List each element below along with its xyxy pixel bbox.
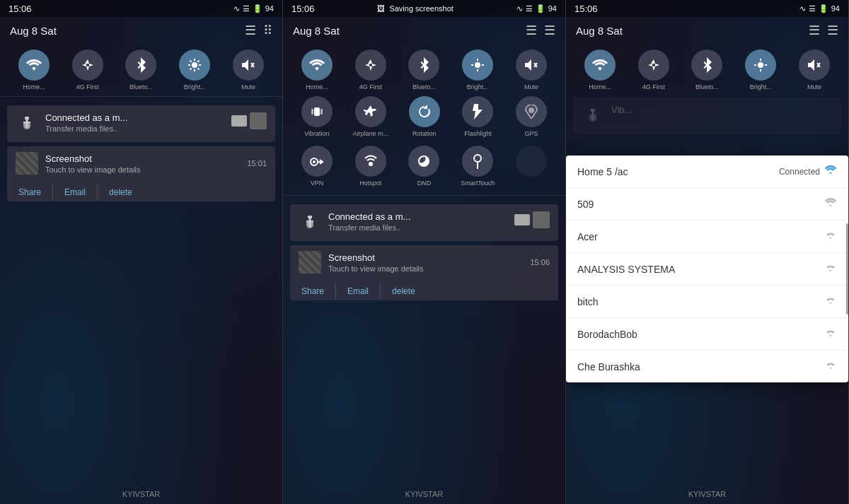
wifi-name-che: Che Burashka [577,361,640,373]
wifi-name-borodach: BorodachBob [577,329,637,340]
qs-airplane-2[interactable]: Airplane m... [353,96,389,137]
action-email-1[interactable]: Email [53,184,98,200]
grid-icon-1[interactable]: ⠿ [263,23,272,38]
qs-gps-2[interactable]: GPS [514,96,549,137]
action-delete-2[interactable]: delete [381,283,427,299]
notif-screenshot-2[interactable]: Screenshot Touch to view image details 1… [290,245,558,300]
qs-4g-label-1: 4G First [76,83,99,90]
wifi-dropdown[interactable]: Home 5 /ac Connected 509 Acer [566,156,848,382]
svg-point-33 [758,62,763,68]
qs-hotspot-icon-2[interactable] [355,146,386,177]
qs-mute-icon-1[interactable] [233,49,264,81]
wifi-item-acer[interactable]: Acer [566,221,848,253]
date-icons-2: ☰ ☰ [526,23,555,38]
menu-icon-2[interactable]: ☰ [526,23,537,38]
qs-bt-1[interactable]: Blueto... [123,49,158,90]
qs-bt-icon-3[interactable] [691,49,722,81]
qs-wifi-icon-2[interactable] [301,49,333,81]
qs-touch-icon-2[interactable] [462,146,493,177]
action-share-1[interactable]: Share [7,184,53,200]
action-delete-1[interactable]: delete [98,184,144,200]
wifi-signal-analysis [824,263,837,275]
list-icon-3[interactable]: ☰ [827,23,838,38]
qs-bt-icon-1[interactable] [125,49,156,81]
qs-4g-icon-1[interactable] [72,49,103,81]
qs-hotspot-2[interactable]: Hotspot [353,146,388,187]
qs-mute-2[interactable]: Mute [514,49,549,90]
qs-plane-label-2: Airplane m... [353,130,389,137]
notif-screenshot-1[interactable]: Screenshot Touch to view image details 1… [7,146,275,201]
svg-rect-23 [320,109,323,115]
qs-bt-3[interactable]: Blueto... [689,49,724,90]
notifications-1: Connected as a m... Transfer media files… [0,100,282,486]
qs-bright-3[interactable]: Bright... [743,49,778,90]
qs-bright-icon-2[interactable] [462,49,493,81]
notif-usb-content-1: Connected as a m... Transfer media files… [45,112,224,133]
action-email-2[interactable]: Email [336,283,381,299]
notif-usb-1[interactable]: Connected as a m... Transfer media files… [7,105,275,142]
quick-settings-1: Home... 4G First Blueto... Bright... Mut… [0,44,282,93]
menu-icon-3[interactable]: ☰ [809,23,820,38]
list-icon-2[interactable]: ☰ [544,23,555,38]
qs-flash-icon-2[interactable] [462,96,493,127]
qs-mute-3[interactable]: Mute [797,49,832,90]
signal-icon-3: ☰ [809,4,816,13]
wifi-item-analysis[interactable]: ANALYSIS SYSTEMA [566,253,848,286]
qs-gps-icon-2[interactable] [516,96,547,127]
qs-bright-icon-3[interactable] [745,49,776,81]
qs-bt-icon-2[interactable] [408,49,439,81]
qs-flashlight-2[interactable]: Flashlight [460,96,495,137]
carrier-2: KYIVSTAR [283,486,565,504]
qs-rot-icon-2[interactable] [409,96,440,127]
qs-mute-icon-2[interactable] [516,49,547,81]
notif-usb-2[interactable]: Connected as a m... Transfer media files… [290,204,558,241]
status-bar-3: 15:06 ∿ ☰ 🔋 94 [566,0,848,17]
svg-point-28 [474,155,481,162]
qs-4g-3[interactable]: 4G First [636,49,671,90]
menu-icon-1[interactable]: ☰ [245,23,256,38]
date-icons-3: ☰ ☰ [809,23,838,38]
qs-wifi-3[interactable]: Home... [582,49,618,90]
qs-mute-icon-3[interactable] [799,49,830,81]
qs-bright-icon-1[interactable] [179,49,210,81]
notif-usb-sub-1: Transfer media files.. [45,124,224,133]
qs-bt-2[interactable]: Blueto... [406,49,441,90]
qs-dnd-icon-2[interactable] [408,146,439,177]
qs-bright-1[interactable]: Bright... [177,49,212,90]
qs-4g-icon-3[interactable] [638,49,669,81]
wifi-signal-bitch [824,295,837,307]
wifi-scrollbar[interactable] [846,223,848,314]
qs-wifi-icon-1[interactable] [18,49,50,81]
wifi-item-home5ac[interactable]: Home 5 /ac Connected [566,156,848,188]
action-share-2[interactable]: Share [290,283,336,299]
qs-rot-label-2: Rotation [412,130,437,137]
qs-vpn-2[interactable]: VPN [299,146,335,187]
qs-vpn-icon-2[interactable] [301,146,333,177]
wifi-item-che[interactable]: Che Burashka [566,351,848,382]
qs-4g-2[interactable]: 4G First [353,49,388,90]
qs-4g-1[interactable]: 4G First [70,49,105,90]
qs-wifi-1[interactable]: Home... [16,49,52,90]
qs-rotation-2[interactable]: Rotation [407,96,442,137]
qs-vib-icon-2[interactable] [301,96,333,127]
wifi-item-509[interactable]: 509 [566,188,848,221]
qs-vibration-2[interactable]: Vibration [299,96,335,137]
date-text-3: Aug 8 Sat [576,25,623,37]
qs-bright-2[interactable]: Bright... [460,49,495,90]
qs-dnd-label-2: DND [417,180,432,187]
notif-usb-sub-2: Transfer media files.. [328,223,507,232]
qs-dnd-2[interactable]: DND [406,146,441,187]
wifi-item-borodach[interactable]: BorodachBob [566,318,848,351]
wifi-item-bitch[interactable]: bitch [566,286,848,318]
qs-smarttouch-2[interactable]: SmartTouch [460,146,495,187]
qs-4g-icon-2[interactable] [355,49,386,81]
svg-point-24 [529,107,534,113]
qs-4g-label-3: 4G First [642,83,665,90]
qs-bright-label-2: Bright... [467,83,489,90]
qs-wifi-2[interactable]: Home... [299,49,335,90]
qs-mute-1[interactable]: Mute [231,49,266,90]
qs-plane-icon-2[interactable] [355,96,386,127]
panel-1: 15:06 ∿ ☰ 🔋 94 Aug 8 Sat ☰ ⠿ Home... 4G … [0,0,283,504]
panel-2: 15:06 🖼 Saving screenshot ∿ ☰ 🔋 94 Aug 8… [283,0,566,504]
qs-wifi-icon-3[interactable] [584,49,616,81]
